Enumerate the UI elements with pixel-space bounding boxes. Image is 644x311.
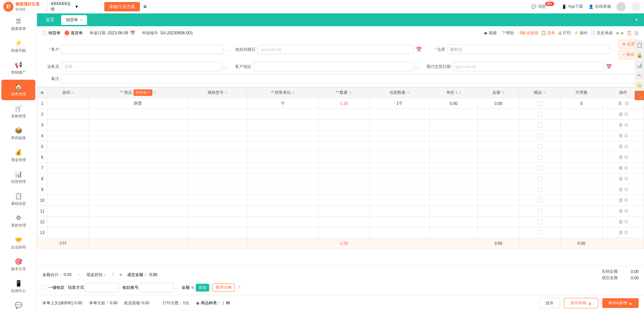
cell-amount-1[interactable]: 0.00 xyxy=(478,98,519,109)
product-kind-selector[interactable]: ⊕ 商品种类： 1 种 xyxy=(196,300,230,306)
operate-link[interactable]: ⚡ 操作 xyxy=(574,30,588,36)
cell-barcode-1[interactable] xyxy=(47,98,89,109)
sidebar-item-search-order[interactable]: ☰ 搜索菜单 xyxy=(1,14,35,35)
delete-icon-3[interactable]: 🗑 xyxy=(618,122,623,127)
cell-product-2[interactable] xyxy=(89,109,187,120)
copy-icon-13[interactable]: ⧉ xyxy=(624,230,628,235)
avatar[interactable] xyxy=(616,2,626,11)
main-close-icon[interactable]: × xyxy=(632,17,641,23)
settle-method-input[interactable] xyxy=(85,283,119,292)
sidebar-item-basic[interactable]: 📋 基础信息 xyxy=(1,189,35,209)
rfs-orange-icon[interactable]: 🔧 xyxy=(635,91,644,100)
expected-date-input[interactable]: yyyy-mm-dd xyxy=(453,62,604,71)
delete-icon[interactable]: 🗑 xyxy=(618,101,622,106)
cell-barcode-3[interactable] xyxy=(47,120,89,130)
sidebar-item-app-center[interactable]: 📱 应用中心 xyxy=(1,276,35,297)
sort-barcode[interactable]: ⇅ xyxy=(71,91,74,94)
cell-barcode-4[interactable] xyxy=(47,130,89,141)
warehouse-input[interactable]: 建材仓 xyxy=(447,45,609,54)
calendar-icon[interactable]: 📅 xyxy=(130,31,135,35)
history-link[interactable]: 📄 历史单据 xyxy=(591,30,613,36)
cell-product-13[interactable] xyxy=(89,227,187,238)
message-btn[interactable]: 💬 消息 99+ xyxy=(531,4,556,9)
cell-product-7[interactable] xyxy=(89,163,187,173)
radio-return[interactable]: 退货单 xyxy=(65,30,83,36)
gear-icon[interactable]: ⚙ xyxy=(143,4,147,9)
tab-sales-order[interactable]: 销货单 × xyxy=(61,15,87,25)
cell-product-11[interactable] xyxy=(89,206,187,217)
save-draft-button[interactable]: 保存草稿 ▲ xyxy=(564,298,598,308)
sort-gift[interactable]: ⇅ xyxy=(543,91,546,94)
copy-icon-10[interactable]: ⧉ xyxy=(624,197,628,203)
sidebar-item-operation[interactable]: 📊 经营管理 xyxy=(1,167,35,188)
rfs-note-icon[interactable]: 📋 xyxy=(635,40,644,50)
cell-unitprice-1[interactable]: 0.00 xyxy=(430,98,478,109)
due-date-calendar-icon[interactable]: 📅 xyxy=(416,47,422,52)
sidebar-item-enterprise[interactable]: 🤝 企业协同 xyxy=(1,233,35,253)
delete-icon-13[interactable]: 🗑 xyxy=(618,230,623,235)
customer-addr-input[interactable] xyxy=(253,62,414,71)
avatar-dropdown[interactable] xyxy=(631,2,641,11)
app-download-btn[interactable]: 📱 App下载 xyxy=(562,4,583,9)
rfs-star-icon[interactable]: ⭐ xyxy=(635,81,644,90)
expected-date-calendar-icon[interactable]: 📅 xyxy=(606,64,612,69)
sidebar-item-wechat[interactable]: 💬 企业微信 xyxy=(1,298,35,311)
sort-qty[interactable]: ⇅ xyxy=(349,91,352,94)
customer-input[interactable] xyxy=(61,45,223,54)
account-input[interactable] xyxy=(140,283,174,292)
one-click-pay-cb[interactable]: 一键收款 xyxy=(42,285,65,290)
cell-product-12[interactable] xyxy=(89,217,187,227)
sidebar-item-quick-nav[interactable]: ⚡ 快捷导航 xyxy=(1,36,35,56)
warehouse-dots[interactable]: ... xyxy=(612,47,615,52)
rfs-edit-icon[interactable]: ✏ xyxy=(635,71,644,80)
copy-icon-7[interactable]: ⧉ xyxy=(624,165,628,170)
nav-next-icon[interactable]: ▶ xyxy=(621,31,624,35)
scan-button[interactable]: 扫码录入 xyxy=(134,89,152,96)
nav-prev-icon[interactable]: ◀ xyxy=(615,31,618,35)
rfs-lock-icon[interactable]: 🔒 xyxy=(635,50,644,60)
cell-gift-1[interactable] xyxy=(519,98,561,109)
delete-icon-2[interactable]: 🗑 xyxy=(618,111,623,117)
copy-icon[interactable]: ⧉ xyxy=(625,101,629,106)
add-button[interactable]: 添加 xyxy=(196,284,209,291)
help-icon-balance[interactable]: ? xyxy=(106,301,109,305)
pay-checkbox[interactable] xyxy=(42,285,47,290)
shortcut-link[interactable]: ⌨ 快捷键 xyxy=(520,30,538,36)
cell-barcode-2[interactable] xyxy=(47,109,89,120)
copy-icon-11[interactable]: ⧉ xyxy=(624,208,628,213)
delete-icon-5[interactable]: 🗑 xyxy=(618,144,623,149)
online-service-btn[interactable]: 👤 在线客服 xyxy=(589,4,611,9)
sort-amount[interactable]: ⇅ xyxy=(502,91,504,94)
cell-product-10[interactable] xyxy=(89,195,187,206)
sidebar-item-guide[interactable]: 🎯 新手引导 xyxy=(1,255,35,275)
th-settings[interactable]: ⚙ xyxy=(37,87,47,98)
radio-sale[interactable]: 销货单 xyxy=(42,30,61,36)
sort-spec[interactable]: ⇅ xyxy=(225,91,227,94)
delete-icon-7[interactable]: 🗑 xyxy=(618,165,623,170)
sort-product[interactable]: ⇅ xyxy=(153,91,156,94)
cell-packqty-1[interactable]: 1个 xyxy=(369,98,430,109)
copy-icon-12[interactable]: ⧉ xyxy=(624,219,628,224)
list-view-icon[interactable]: ☰ xyxy=(627,30,632,36)
salesperson-input[interactable]: 选择... xyxy=(61,62,222,71)
company-selector[interactable]: XXXXXX公司 ▼ xyxy=(47,0,101,14)
copy-icon-4[interactable]: ⧉ xyxy=(624,133,628,138)
tab-close-icon[interactable]: × xyxy=(80,17,82,22)
cell-qty-1[interactable]: -1.00 xyxy=(318,98,369,109)
delete-icon-12[interactable]: 🗑 xyxy=(618,219,623,224)
customer-addr-dots[interactable]: ... xyxy=(416,64,420,69)
due-date-input[interactable]: yyyy-mm-dd xyxy=(258,45,414,54)
delete-icon-11[interactable]: 🗑 xyxy=(618,208,623,213)
account-dots[interactable]: ... xyxy=(175,285,178,290)
trial-button[interactable]: 体验行业方案 xyxy=(104,2,140,11)
sidebar-item-sales[interactable]: 🏠 销售管理 xyxy=(1,80,35,100)
discount-dash[interactable]: － xyxy=(77,272,81,278)
delete-icon-6[interactable]: 🗑 xyxy=(618,154,623,160)
copy-icon-5[interactable]: ⧉ xyxy=(624,144,628,149)
help-icon-footer[interactable]: ? xyxy=(112,272,114,277)
copy-icon-8[interactable]: ⧉ xyxy=(624,176,628,181)
cell-product-1[interactable]: 拆货 xyxy=(89,98,187,109)
grid-view-icon[interactable]: ⊞ xyxy=(634,30,639,36)
print-link[interactable]: 🖨 打印 xyxy=(558,30,571,36)
sidebar-item-inventory[interactable]: 📦 库存核算 xyxy=(1,123,35,144)
